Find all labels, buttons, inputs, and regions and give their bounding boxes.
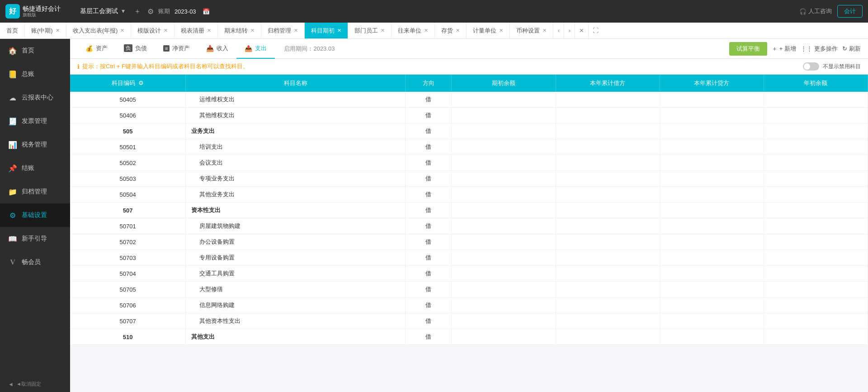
- table-row[interactable]: 505 业务支出 借: [70, 123, 868, 139]
- tab-currency[interactable]: 币种设置 ✕: [510, 23, 553, 39]
- tab-ledger-mid[interactable]: 账(中期) ✕: [25, 23, 66, 39]
- cell-name: 专项业务支出: [186, 171, 406, 187]
- tab-close-icon[interactable]: ✕: [164, 28, 168, 33]
- more-actions-button[interactable]: ⋮⋮ 更多操作: [801, 45, 838, 53]
- tab-next-btn[interactable]: ›: [564, 23, 575, 39]
- cell-code: 50707: [70, 313, 186, 329]
- membership-icon: V: [8, 258, 17, 266]
- tab-home[interactable]: 首页: [0, 23, 25, 39]
- tab-unit[interactable]: 计量单位 ✕: [467, 23, 510, 39]
- tab-tax[interactable]: 税表清册 ✕: [175, 23, 218, 39]
- cell-dir: 借: [406, 250, 452, 266]
- table-row[interactable]: 50706 信息网络购建 借: [70, 298, 868, 313]
- cell-name: 交通工具购置: [186, 266, 406, 282]
- sub-tab-expenditure[interactable]: 📤 支出: [236, 39, 275, 59]
- tab-income-annual[interactable]: 收入支出表(年报) ✕: [66, 23, 132, 39]
- tab-close-icon[interactable]: ✕: [456, 28, 460, 33]
- tab-prev-btn[interactable]: ‹: [553, 23, 564, 39]
- tab-close-icon[interactable]: ✕: [542, 28, 547, 33]
- tab-close-icon[interactable]: ✕: [120, 28, 124, 33]
- tab-archive[interactable]: 归档管理 ✕: [261, 23, 305, 39]
- sidebar-item-tax[interactable]: 📊 税务管理: [0, 133, 70, 156]
- tab-department[interactable]: 部门员工 ✕: [348, 23, 392, 39]
- table-row[interactable]: 50701 房屋建筑物购建 借: [70, 218, 868, 234]
- tab-expand-btn[interactable]: ⛶: [589, 23, 602, 39]
- tab-close-icon[interactable]: ✕: [294, 28, 298, 33]
- table-row[interactable]: 50503 专项业务支出 借: [70, 171, 868, 187]
- sidebar-item-invoice[interactable]: 🧾 发票管理: [0, 109, 70, 133]
- sub-tab-income[interactable]: 📥 收入: [198, 39, 236, 59]
- tab-period-end[interactable]: 期末结转 ✕: [218, 23, 261, 39]
- cell-debit: [556, 329, 660, 345]
- settings-icon[interactable]: ⚙: [147, 7, 154, 16]
- sidebar-item-general-ledger[interactable]: 📒 总账: [0, 62, 70, 86]
- calendar-icon[interactable]: 📅: [203, 8, 210, 15]
- col-settings-icon[interactable]: ⚙: [138, 80, 144, 86]
- sidebar-item-close-period[interactable]: 📌 结账: [0, 156, 70, 180]
- sidebar-item-cloud-reports[interactable]: ☁ 云报表中心: [0, 86, 70, 109]
- table-row[interactable]: 50504 其他业务支出 借: [70, 187, 868, 203]
- cell-debit: [556, 266, 660, 282]
- cell-balance: [452, 234, 556, 250]
- cell-debit: [556, 139, 660, 155]
- new-button[interactable]: ＋ + 新增: [772, 45, 796, 53]
- sidebar-item-archive[interactable]: 📁 归档管理: [0, 180, 70, 203]
- add-icon[interactable]: ＋: [134, 7, 141, 16]
- cell-credit: [660, 139, 764, 155]
- calc-balance-button[interactable]: 试算平衡: [729, 42, 767, 56]
- table-row[interactable]: 50502 会议支出 借: [70, 155, 868, 171]
- top-bar-icons: ＋ ⚙: [134, 7, 154, 16]
- tab-close-all-btn[interactable]: ✕: [575, 23, 589, 39]
- account-button[interactable]: 会计: [837, 5, 863, 18]
- tab-template[interactable]: 模版设计 ✕: [131, 23, 175, 39]
- table-wrapper: 科目编码 ⚙ 科目名称 方向 期初余额 本年累计借方 本年累计贷方 年初余额 5…: [70, 75, 868, 392]
- cell-balance: [452, 313, 556, 329]
- sidebar-item-membership[interactable]: V 畅会员: [0, 250, 70, 274]
- net-assets-icon: ≡: [163, 45, 170, 52]
- sidebar-collapse-btn[interactable]: ◄ ◄取消固定: [0, 376, 70, 392]
- table-row[interactable]: 507 资本性支出 借: [70, 203, 868, 218]
- assets-icon: 💰: [85, 45, 93, 52]
- tab-subject-init[interactable]: 科目期初 ✕: [305, 23, 348, 39]
- sidebar-item-basic-settings[interactable]: ⚙ 基础设置: [0, 203, 70, 227]
- cell-dir: 借: [406, 282, 452, 298]
- top-bar: 好 畅捷通好会计 旗舰版 基层工会测试 ▾ ＋ ⚙ 账期 2023-03 📅 🎧…: [0, 0, 868, 23]
- table-row[interactable]: 50405 运维维权支出 借: [70, 92, 868, 108]
- toggle-disabled-subjects[interactable]: [803, 62, 819, 71]
- cell-annual: [764, 203, 868, 218]
- close-period-icon: 📌: [8, 164, 17, 173]
- sidebar-item-home[interactable]: 🏠 首页: [0, 39, 70, 62]
- tab-close-icon[interactable]: ✕: [56, 28, 60, 33]
- table-row[interactable]: 50406 其他维权支出 借: [70, 108, 868, 123]
- sidebar: 🏠 首页 📒 总账 ☁ 云报表中心 🧾 发票管理 📊 税务管理 📌 结账 📁 归…: [0, 39, 70, 392]
- tab-close-icon[interactable]: ✕: [250, 28, 255, 33]
- cell-code: 50701: [70, 218, 186, 234]
- table-row[interactable]: 50705 大型修缮 借: [70, 282, 868, 298]
- sidebar-item-guide[interactable]: 📖 新手引导: [0, 227, 70, 250]
- tab-close-icon[interactable]: ✕: [499, 28, 503, 33]
- tab-close-icon[interactable]: ✕: [207, 28, 211, 33]
- sub-tab-assets[interactable]: 💰 资产: [77, 39, 116, 59]
- table-row[interactable]: 50501 培训支出 借: [70, 139, 868, 155]
- refresh-button[interactable]: ↻ 刷新: [842, 45, 861, 53]
- tab-close-icon[interactable]: ✕: [381, 28, 385, 33]
- company-name[interactable]: 基层工会测试 ▾: [80, 7, 125, 15]
- tab-close-icon[interactable]: ✕: [337, 28, 341, 33]
- table-row[interactable]: 510 其他支出 借: [70, 329, 868, 345]
- table-row[interactable]: 50704 交通工具购置 借: [70, 266, 868, 282]
- tab-inventory[interactable]: 存货 ✕: [435, 23, 467, 39]
- cell-credit: [660, 171, 764, 187]
- support-button[interactable]: 🎧 人工咨询: [799, 7, 832, 15]
- tab-counterpart[interactable]: 往来单位 ✕: [392, 23, 435, 39]
- cell-dir: 借: [406, 266, 452, 282]
- sub-tab-net-assets[interactable]: ≡ 净资产: [155, 39, 198, 59]
- tab-close-icon[interactable]: ✕: [424, 28, 428, 33]
- refresh-icon: ↻: [842, 45, 847, 52]
- logo-text: 畅捷通好会计 旗舰版: [23, 5, 61, 17]
- cell-dir: 借: [406, 234, 452, 250]
- table-row[interactable]: 50703 专用设备购置 借: [70, 250, 868, 266]
- cell-balance: [452, 171, 556, 187]
- table-row[interactable]: 50707 其他资本性支出 借: [70, 313, 868, 329]
- table-row[interactable]: 50702 办公设备购置 借: [70, 234, 868, 250]
- sub-tab-liabilities[interactable]: 负 负债: [116, 39, 155, 59]
